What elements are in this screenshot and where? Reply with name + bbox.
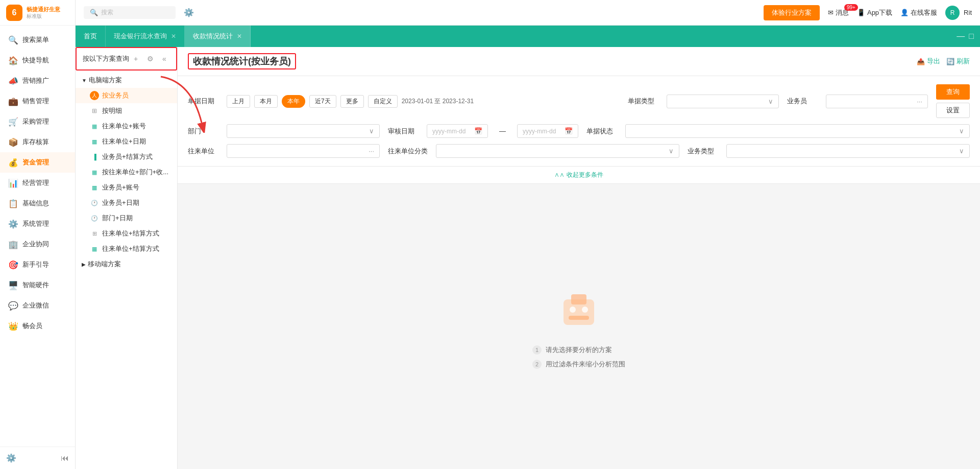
- scheme-item-by-detail[interactable]: ⊞ 按明细: [76, 103, 177, 119]
- scheme-item-partner-date[interactable]: ▦ 往来单位+日期: [76, 134, 177, 149]
- sidebar-item-system[interactable]: ⚙️ 系统管理: [0, 214, 75, 234]
- scheme-item-by-salesperson[interactable]: 人 按业务员: [76, 88, 177, 103]
- salesperson-select[interactable]: ···: [826, 95, 928, 108]
- audit-date-start[interactable]: yyyy-mm-dd 📅: [427, 124, 488, 138]
- query-button[interactable]: 查询: [936, 84, 970, 100]
- dept-select[interactable]: ∨: [227, 124, 380, 138]
- content-body: 按以下方案查询 + ⚙ « ▼ 电脑端方案 人 按业务员: [76, 47, 980, 469]
- sidebar-item-operation[interactable]: 📊 经营管理: [0, 173, 75, 193]
- partner-settle1-icon: ⊞: [90, 229, 99, 238]
- sidebar-item-marketing[interactable]: 📣 营销推广: [0, 71, 75, 91]
- tab-bank[interactable]: 现金银行流水查询 ✕: [106, 26, 185, 47]
- scheme-item-partner-dept-receipt[interactable]: ▦ 按往来单位+部门+收...: [76, 165, 177, 180]
- corp-icon: 🏢: [8, 239, 18, 249]
- tabbar: 首页 现金银行流水查询 ✕ 收款情况统计 ✕ — □: [76, 26, 980, 47]
- sidebar-item-inventory[interactable]: 📦 库存核算: [0, 132, 75, 152]
- tab-minimize-icon[interactable]: —: [957, 32, 965, 41]
- sidebar-collapse-icon[interactable]: ⏮: [61, 454, 69, 463]
- app-logo: 6 畅捷通好生意 标准版: [0, 0, 75, 26]
- topbar-search[interactable]: 🔍 搜索: [84, 6, 176, 19]
- export-button[interactable]: 📤 导出: [917, 57, 940, 66]
- scheme-item-partner-settle2[interactable]: ▦ 往来单位+结算方式: [76, 241, 177, 256]
- tab-maximize-icon[interactable]: □: [969, 32, 974, 41]
- sidebar-item-corp[interactable]: 🏢 企业协同: [0, 234, 75, 254]
- page-header: 收款情况统计(按业务员) 📤 导出 🔄 刷新: [178, 47, 980, 76]
- partner-settle2-icon: ▦: [90, 244, 99, 253]
- doc-status-select[interactable]: ∨: [625, 124, 970, 138]
- scheme-item-salesperson-settle[interactable]: ▐ 业务员+结算方式: [76, 149, 177, 165]
- message-icon: ✉: [828, 9, 834, 16]
- salesperson-date-icon: 🕐: [90, 198, 99, 207]
- sidebar-item-guide[interactable]: 🎯 新手引导: [0, 254, 75, 275]
- date-btn-more[interactable]: 更多: [340, 95, 364, 108]
- online-service-button[interactable]: 👤 在线客服: [900, 8, 937, 17]
- tab-receipt-close[interactable]: ✕: [237, 33, 242, 40]
- partner-dept-icon: ▦: [90, 168, 99, 177]
- scheme-item-salesperson-date[interactable]: 🕐 业务员+日期: [76, 195, 177, 210]
- scheme-item-partner-settle1[interactable]: ⊞ 往来单位+结算方式: [76, 226, 177, 241]
- tab-receipt[interactable]: 收款情况统计 ✕: [185, 26, 251, 47]
- sidebar-item-quicknav[interactable]: 🏠 快捷导航: [0, 50, 75, 71]
- dept-chevron: ∨: [369, 127, 374, 135]
- scheme-group-mobile-title[interactable]: ▶ 移动端方案: [76, 256, 177, 272]
- sidebar-settings-icon[interactable]: ⚙️: [6, 453, 16, 463]
- scheme-settings-icon[interactable]: ⚙: [144, 53, 156, 64]
- filter-panel: 单据日期 上月 本月 本年 近7天 更多 自定义 2023-01-01 至 20…: [178, 76, 980, 167]
- scheme-item-dept-date[interactable]: 🕐 部门+日期: [76, 210, 177, 226]
- setting-button[interactable]: 设置: [936, 103, 970, 118]
- user-avatar[interactable]: R Rit: [945, 6, 972, 20]
- partner-category-select[interactable]: ∨: [436, 144, 679, 158]
- partner-select[interactable]: ···: [227, 144, 380, 158]
- sidebar-item-finance[interactable]: 💰 资金管理: [0, 152, 75, 173]
- export-icon: 📤: [917, 58, 925, 65]
- refresh-button[interactable]: 🔄 刷新: [946, 57, 970, 66]
- date-btn-custom[interactable]: 自定义: [368, 95, 398, 108]
- date-btn-7days[interactable]: 近7天: [309, 95, 336, 108]
- app-download-button[interactable]: 📱 App下载: [857, 8, 892, 17]
- date-label: 单据日期: [188, 97, 218, 106]
- biz-type-select[interactable]: ∨: [726, 144, 970, 158]
- tab-home[interactable]: 首页: [76, 26, 106, 47]
- detail-icon: ⊞: [90, 106, 99, 115]
- sidebar-item-sales[interactable]: 💼 销售管理: [0, 91, 75, 111]
- sidebar-item-wechat[interactable]: 💬 企业微信: [0, 295, 75, 316]
- salesperson-icon: 人: [90, 91, 99, 100]
- scheme-item-salesperson-account[interactable]: ▦ 业务员+账号: [76, 180, 177, 195]
- sidebar-item-hardware[interactable]: 🖥️ 智能硬件: [0, 275, 75, 295]
- scheme-collapse-icon[interactable]: «: [159, 53, 170, 64]
- scheme-item-partner-account[interactable]: ▦ 往来单位+账号: [76, 119, 177, 134]
- empty-content: 1 请先选择要分析的方案 2 用过滤条件来缩小分析范围: [532, 284, 625, 369]
- tab-bank-close[interactable]: ✕: [171, 33, 176, 40]
- doc-status-chevron: ∨: [959, 127, 964, 135]
- scheme-tree: ▼ 电脑端方案 人 按业务员 ⊞ 按明细 ▦ 往来单位+账号: [76, 71, 177, 469]
- finance-icon: 💰: [8, 157, 18, 168]
- sidebar-item-basic[interactable]: 📋 基础信息: [0, 193, 75, 214]
- wechat-icon: 💬: [8, 300, 18, 311]
- desktop-group-arrow: ▼: [82, 78, 87, 83]
- collapse-bar[interactable]: ∧∧ 收起更多条件: [178, 167, 980, 184]
- sidebar-item-search[interactable]: 🔍 搜索菜单: [0, 30, 75, 50]
- dept-date-icon: 🕐: [90, 214, 99, 223]
- sidebar-item-purchase[interactable]: 🛒 采购管理: [0, 111, 75, 132]
- sidebar-nav: 🔍 搜索菜单 🏠 快捷导航 📣 营销推广 💼 销售管理 🛒 采购管理 📦 库存核…: [0, 26, 75, 447]
- dept-label: 部门: [188, 127, 218, 136]
- hardware-icon: 🖥️: [8, 280, 18, 290]
- messages-button[interactable]: ✉ 消息 99+: [828, 8, 849, 17]
- trial-button[interactable]: 体验行业方案: [764, 5, 820, 20]
- doc-type-select[interactable]: ∨: [667, 95, 779, 108]
- sidebar-item-member[interactable]: 👑 畅会员: [0, 316, 75, 336]
- audit-date-end[interactable]: yyyy-mm-dd 📅: [517, 124, 578, 138]
- scheme-group-desktop-title[interactable]: ▼ 电脑端方案: [76, 73, 177, 88]
- date-btn-this-month[interactable]: 本月: [254, 95, 278, 108]
- home-icon: 🏠: [8, 55, 18, 65]
- partner-more-icon: ···: [369, 147, 374, 155]
- date-btn-this-year[interactable]: 本年: [282, 95, 305, 108]
- topbar-settings-icon[interactable]: ⚙️: [184, 8, 194, 17]
- scheme-add-icon[interactable]: +: [130, 53, 141, 64]
- partner-account-icon: ▦: [90, 122, 99, 131]
- date-filter: 上月 本月 本年 近7天 更多 自定义 2023-01-01 至 2023-12…: [227, 95, 474, 108]
- doc-status-label: 单据状态: [586, 127, 617, 136]
- inventory-icon: 📦: [8, 137, 18, 147]
- date-btn-last-month[interactable]: 上月: [227, 95, 250, 108]
- partner-label: 往来单位: [188, 147, 218, 156]
